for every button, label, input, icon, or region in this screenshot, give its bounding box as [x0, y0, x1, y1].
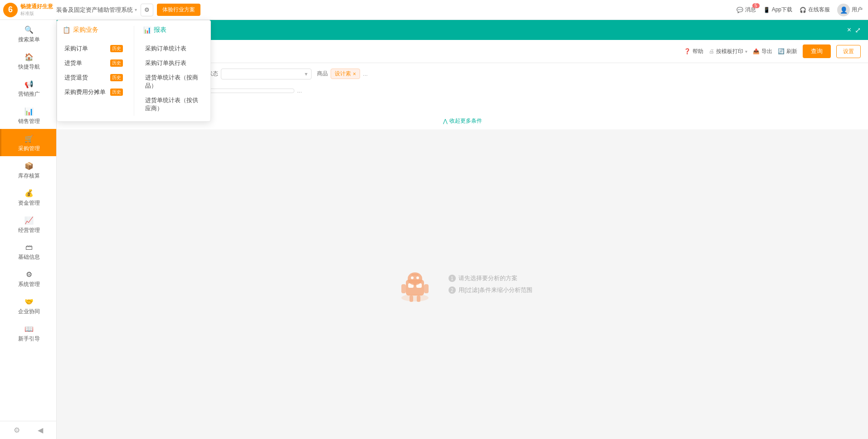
- salesman-input[interactable]: [204, 89, 294, 93]
- goods-filter: 商品 设计素 × ...: [317, 69, 368, 79]
- sidebar-item-cooperation[interactable]: 🤝 企业协同: [0, 292, 56, 319]
- goods-tag-close[interactable]: ×: [353, 71, 356, 77]
- help-icon: ❓: [684, 48, 691, 54]
- hist-badge-purchase-order: 历史: [110, 45, 123, 52]
- sidebar-item-system[interactable]: ⚙ 系统管理: [0, 265, 56, 292]
- logo-icon: 6: [3, 3, 18, 17]
- online-service-button[interactable]: 🎧 在线客服: [800, 6, 830, 14]
- tip-num-1: 1: [449, 275, 456, 282]
- hist-badge-expense: 历史: [110, 89, 123, 96]
- order-status-arrow: ▾: [305, 71, 307, 77]
- sidebar-item-marketing[interactable]: 📢 营销推广: [0, 74, 56, 102]
- export-icon: 📤: [753, 48, 760, 54]
- sidebar-collapse-button[interactable]: ◀: [38, 426, 43, 434]
- goods-tag-value: 设计素: [335, 70, 351, 78]
- cooperation-icon: 🤝: [24, 297, 34, 306]
- top-bar: 6 畅捷通好生意 标准版 装备及固定资产辅助管理系统 ▾ ⚙ 体验行业方案 💬 …: [0, 0, 868, 20]
- purchase-section: 📋 采购业务 采购订单 历史 进货单 历史 进货退货 历史 采购费用分摊单 历史: [63, 26, 125, 116]
- sidebar-item-purchase[interactable]: 🛒 采购管理: [0, 129, 56, 156]
- sidebar-item-basic-info[interactable]: 🗃 基础信息: [0, 238, 56, 265]
- report-section-label: 报表: [154, 26, 166, 34]
- logo-area: 6 畅捷通好生意 标准版: [5, 3, 51, 17]
- sidebar-label-inventory: 库存核算: [18, 172, 40, 180]
- menu-item-report-order-stat[interactable]: 采购订单统计表: [143, 41, 205, 56]
- refresh-button[interactable]: 🔄 刷新: [778, 48, 797, 55]
- empty-state-text: 1 请先选择要分析的方案 2 用[过滤]条件来缩小分析范围: [449, 274, 532, 294]
- tip-text-2: 用[过滤]条件来缩小分析范围: [458, 286, 532, 294]
- empty-tip-1: 1 请先选择要分析的方案: [449, 274, 517, 282]
- purchase-expense-label: 采购费用分摊单: [64, 88, 106, 96]
- message-icon: 💬: [736, 7, 743, 13]
- sidebar-label-search: 搜索菜单: [18, 36, 40, 44]
- set-button[interactable]: 设置: [836, 45, 861, 58]
- tip-text-1: 请先选择要分析的方案: [458, 274, 517, 282]
- query-button[interactable]: 查询: [803, 44, 831, 58]
- logo-text: 畅捷通好生意: [20, 3, 53, 10]
- svg-rect-11: [411, 274, 419, 276]
- refresh-icon: 🔄: [778, 48, 785, 54]
- sidebar-settings-button[interactable]: ⚙: [14, 426, 20, 434]
- sidebar-item-sales[interactable]: 📊 销售管理: [0, 102, 56, 129]
- phone-icon: 📱: [763, 7, 770, 13]
- sidebar-label-sales: 销售管理: [18, 118, 40, 125]
- sidebar-item-search[interactable]: 🔍 搜索菜单: [0, 20, 56, 47]
- purchase-dropdown-menu: 📋 采购业务 采购订单 历史 进货单 历史 进货退货 历史 采购费用分摊单 历史: [57, 20, 211, 122]
- sidebar-label-marketing: 营销推广: [18, 90, 40, 98]
- sidebar-label-cooperation: 企业协同: [18, 308, 40, 316]
- close-window-icon[interactable]: ×: [847, 26, 851, 34]
- empty-state-container: 1 请先选择要分析的方案 2 用[过滤]条件来缩小分析范围: [392, 261, 532, 307]
- sidebar-label-guide: 新手引导: [18, 335, 40, 343]
- purchase-section-label: 采购业务: [73, 26, 98, 34]
- message-button[interactable]: 💬 消息 5: [736, 6, 756, 14]
- print-button[interactable]: 🖨 按模板打印 ▾: [709, 48, 747, 55]
- app-download-label: App下载: [772, 6, 792, 14]
- message-badge: 5: [752, 3, 760, 8]
- menu-item-report-receipt-supplier[interactable]: 进货单统计表（按供应商）: [143, 93, 205, 116]
- sidebar-label-system: 系统管理: [18, 281, 40, 288]
- menu-item-report-order-exec[interactable]: 采购订单执行表: [143, 56, 205, 70]
- online-service-label: 在线客服: [808, 6, 830, 14]
- hist-badge-return: 历史: [110, 74, 123, 81]
- export-button[interactable]: 📤 导出: [753, 48, 772, 55]
- menu-item-report-receipt-goods[interactable]: 进货单统计表（按商品）: [143, 70, 205, 93]
- inventory-icon: 📦: [24, 162, 34, 170]
- svg-rect-4: [401, 284, 406, 293]
- sidebar-item-inventory[interactable]: 📦 库存核算: [0, 156, 56, 183]
- report-section-title: 📊 报表: [143, 26, 205, 37]
- user-button[interactable]: 👤 用户: [837, 4, 863, 16]
- order-status-input[interactable]: ▾: [221, 69, 312, 79]
- export-label: 导出: [761, 48, 772, 55]
- sidebar-item-operation[interactable]: 📈 经营管理: [0, 211, 56, 238]
- system-icon: ⚙: [26, 270, 32, 279]
- collapse-button[interactable]: ⋀ 收起更多条件: [443, 117, 482, 125]
- goods-dots[interactable]: ...: [363, 70, 368, 77]
- salesman-dots[interactable]: ...: [297, 87, 302, 94]
- print-arrow[interactable]: ▾: [745, 49, 747, 54]
- main-content: 1 请先选择要分析的方案 2 用[过滤]条件来缩小分析范围: [57, 129, 868, 439]
- app-download-button[interactable]: 📱 App下载: [763, 6, 792, 14]
- menu-divider: [134, 26, 134, 116]
- menu-item-purchase-order[interactable]: 采购订单 历史: [63, 41, 125, 56]
- menu-item-purchase-receipt[interactable]: 进货单 历史: [63, 56, 125, 70]
- system-title-arrow[interactable]: ▾: [135, 7, 137, 12]
- purchase-receipt-label: 进货单: [64, 59, 82, 67]
- tip-num-2: 2: [449, 286, 456, 294]
- menu-item-purchase-return[interactable]: 进货退货 历史: [63, 70, 125, 85]
- avatar: 👤: [837, 4, 850, 16]
- hist-badge-receipt: 历史: [110, 59, 123, 67]
- goods-label: 商品: [317, 70, 328, 78]
- industry-solution-button[interactable]: 体验行业方案: [157, 4, 200, 16]
- sidebar-item-guide[interactable]: 📖 新手引导: [0, 319, 56, 346]
- report-section-icon: 📊: [143, 26, 151, 34]
- sidebar-label-navigation: 快捷导航: [18, 63, 40, 71]
- headset-icon: 🎧: [800, 7, 806, 13]
- expand-icon[interactable]: ⤢: [855, 26, 861, 35]
- menu-item-purchase-expense[interactable]: 采购费用分摊单 历史: [63, 85, 125, 99]
- help-button[interactable]: ❓ 帮助: [684, 48, 703, 55]
- user-label: 用户: [852, 6, 863, 14]
- settings-gear-button[interactable]: ⚙: [141, 4, 153, 16]
- sidebar-item-navigation[interactable]: 🏠 快捷导航: [0, 47, 56, 74]
- sidebar-item-finance[interactable]: 💰 资金管理: [0, 183, 56, 211]
- basic-info-icon: 🗃: [25, 243, 33, 252]
- purchase-icon: 🛒: [24, 134, 34, 143]
